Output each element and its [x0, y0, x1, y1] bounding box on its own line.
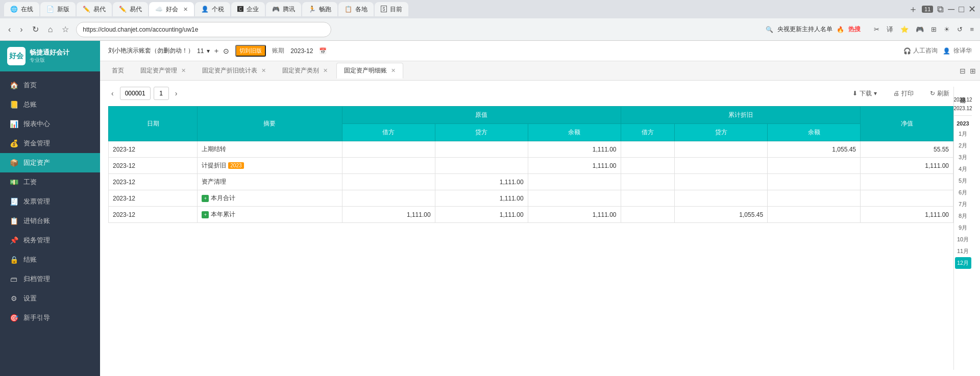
sidebar-item-salary[interactable]: 💵 工资: [0, 172, 100, 192]
history-icon[interactable]: ↺: [957, 26, 963, 33]
browser-tab-10[interactable]: 📋 各地: [338, 2, 374, 16]
th-accumulated-depreciation: 累计折旧: [621, 107, 861, 124]
gamepad-icon[interactable]: 🎮: [916, 26, 924, 33]
scissors-icon[interactable]: ✂: [874, 26, 879, 33]
sidebar-item-stock[interactable]: 📋 进销台账: [0, 211, 100, 231]
browser-tab-11[interactable]: 🅂 目前: [375, 2, 408, 16]
browser-tab-9[interactable]: 🏃 畅跑: [302, 2, 337, 16]
period-month-item[interactable]: 11月: [955, 245, 971, 257]
star-icon[interactable]: ⭐: [900, 26, 909, 33]
sidebar-item-archive-label: 归档管理: [23, 274, 50, 284]
sidebar-item-fixed-asset-label: 固定资产: [23, 158, 50, 167]
refresh-button[interactable]: ↻ 刷新: [926, 87, 953, 100]
expand-panel-icon[interactable]: ⊞: [970, 67, 976, 75]
period-month-item[interactable]: 12月: [955, 257, 971, 269]
sidebar-item-tax[interactable]: 📌 税务管理: [0, 231, 100, 250]
period-month-item[interactable]: 8月: [955, 210, 971, 222]
period-month-item[interactable]: 3月: [955, 152, 971, 163]
switch-version-button[interactable]: 切到旧版: [235, 45, 266, 57]
stock-icon: 📋: [9, 216, 18, 225]
sun-icon[interactable]: ☀: [944, 26, 950, 33]
prev-page-button[interactable]: ‹: [108, 88, 117, 98]
calendar-icon[interactable]: 📅: [319, 47, 327, 55]
restore-window-icon[interactable]: ⧉: [937, 4, 944, 15]
bookmark-button[interactable]: ☆: [60, 22, 71, 36]
period-month-item[interactable]: 1月: [955, 128, 971, 140]
consult-button[interactable]: 🎧 人工咨询: [903, 46, 938, 55]
minimize-icon[interactable]: ─: [948, 4, 954, 15]
new-tab-icon[interactable]: ＋: [909, 3, 918, 15]
translate-icon[interactable]: 译: [887, 25, 893, 34]
period-month-item[interactable]: 10月: [955, 234, 971, 245]
tab-close-asset-category[interactable]: ✕: [323, 67, 328, 74]
period-month-item[interactable]: 2月: [955, 140, 971, 152]
browser-tab-2[interactable]: 📄 新版: [40, 2, 76, 16]
maximize-icon[interactable]: □: [959, 4, 964, 15]
minimize-panel-icon[interactable]: ⊟: [960, 67, 966, 75]
grid-icon[interactable]: ⊞: [931, 26, 937, 33]
headset-icon: 🎧: [903, 47, 911, 55]
cell-net-value: 1,111.00: [861, 158, 953, 174]
cell-dep-balance: [768, 207, 861, 223]
month-list: 20231月2月3月4月5月6月7月8月9月10月11月12月: [955, 119, 971, 269]
tab-home[interactable]: 首页: [104, 63, 132, 79]
tab-label-5: 好会: [166, 5, 178, 14]
print-button[interactable]: 🖨 打印: [889, 87, 918, 100]
sidebar-item-fund[interactable]: 💰 资金管理: [0, 134, 100, 153]
period-month-item[interactable]: 5月: [955, 175, 971, 187]
sidebar-item-guide[interactable]: 🎯 新手引导: [0, 308, 100, 328]
sidebar-item-home[interactable]: 🏠 首页: [0, 76, 100, 95]
reload-button[interactable]: ↻: [30, 22, 41, 36]
cell-dep-balance: 1,055.45: [768, 141, 861, 158]
tab-close-5[interactable]: ✕: [183, 6, 188, 13]
period-label: 账期: [272, 46, 284, 55]
home-icon: 🏠: [9, 81, 18, 90]
settings-icon-topbar[interactable]: ⊙: [223, 47, 229, 55]
browser-tab-6[interactable]: 👤 个税: [195, 2, 230, 16]
sidebar-item-ledger[interactable]: 📒 总账: [0, 95, 100, 114]
browser-tab-8[interactable]: 🎮 腾讯: [266, 2, 301, 16]
page-count-input[interactable]: [154, 87, 169, 100]
next-page-button[interactable]: ›: [172, 88, 181, 98]
address-input[interactable]: [76, 22, 331, 37]
tab-close-asset-detail[interactable]: ✕: [391, 67, 396, 74]
cell-dep-debit: [621, 207, 675, 223]
forward-button[interactable]: ›: [18, 23, 24, 36]
period-month-item[interactable]: 6月: [955, 187, 971, 198]
selected-date-end: 2023.12: [952, 105, 973, 112]
period-month-item[interactable]: 7月: [955, 198, 971, 210]
sidebar-item-fixed-asset[interactable]: 📦 固定资产: [0, 153, 100, 172]
sidebar-item-settings[interactable]: ⚙ 设置: [0, 289, 100, 308]
download-button[interactable]: ⬇ 下载 ▾: [848, 87, 881, 100]
cell-orig-balance: [528, 190, 621, 207]
period-month-item[interactable]: 4月: [955, 163, 971, 175]
tab-depreciation-stat[interactable]: 固定资产折旧统计表 ✕: [194, 63, 274, 79]
tab-close-fixed-asset-mgmt[interactable]: ✕: [181, 67, 186, 74]
sidebar-item-report[interactable]: 📊 报表中心: [0, 114, 100, 134]
browser-tab-5[interactable]: ☁️ 好会 ✕: [149, 2, 194, 16]
browser-tab-3[interactable]: ✏️ 易代: [77, 2, 112, 16]
browser-tab-1[interactable]: 🌐 在线: [4, 2, 39, 16]
period-month-item[interactable]: 2023: [955, 119, 971, 128]
page-number-input[interactable]: [120, 87, 151, 100]
close-window-icon[interactable]: ✕: [968, 4, 976, 15]
th-orig-credit: 贷方: [435, 124, 528, 141]
sidebar-item-invoice-label: 发票管理: [23, 197, 50, 206]
menu-icon[interactable]: ≡: [970, 26, 974, 33]
period-month-item[interactable]: 9月: [955, 222, 971, 234]
tab-fixed-asset-mgmt[interactable]: 固定资产管理 ✕: [133, 63, 193, 79]
fixed-asset-icon: 📦: [9, 158, 18, 167]
back-button[interactable]: ‹: [6, 23, 13, 36]
browser-tab-4[interactable]: ✏️ 易代: [113, 2, 148, 16]
home-button[interactable]: ⌂: [46, 23, 55, 36]
sidebar-item-archive[interactable]: 🗃 归档管理: [0, 269, 100, 289]
ledger-table: 日期 摘要 原值 累计折旧 净值 借方 贷方 余额 借方 贷方 余额: [108, 106, 953, 223]
user-avatar-area: 👤 徐译华: [943, 46, 972, 55]
sidebar-item-invoice[interactable]: 🧾 发票管理: [0, 192, 100, 211]
sidebar-item-close[interactable]: 🔒 结账: [0, 250, 100, 269]
browser-tab-7[interactable]: 🅲 企业: [231, 2, 265, 16]
tab-close-depreciation-stat[interactable]: ✕: [261, 67, 266, 74]
tab-asset-category[interactable]: 固定资产类别 ✕: [275, 63, 335, 79]
add-account-icon[interactable]: ＋: [213, 46, 220, 56]
tab-asset-detail[interactable]: 固定资产明细账 ✕: [336, 63, 403, 79]
